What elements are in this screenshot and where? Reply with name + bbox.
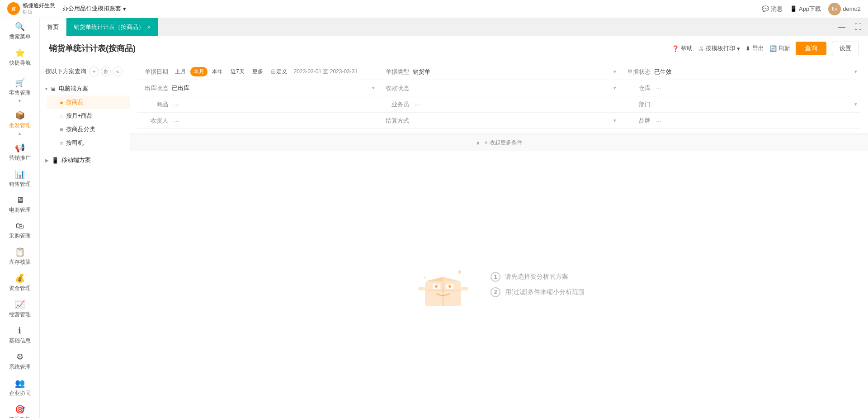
- svg-text:✦: ✦: [423, 275, 426, 280]
- pill-last-month[interactable]: 上月: [172, 67, 189, 76]
- sidebar-item-quicknav[interactable]: ⭐ 快捷导航: [0, 44, 39, 71]
- sidebar-item-finance[interactable]: 💰 资金管理: [0, 270, 39, 296]
- print-button[interactable]: 🖨 按模板打印 ▾: [698, 44, 740, 52]
- sidebar-item-wholesale[interactable]: 📦 批发管理 ▴: [0, 107, 39, 139]
- filter-row-2: 出库状态 已出库 ▾ 收款状态 ▾: [137, 80, 861, 96]
- dept-value[interactable]: ▾: [654, 101, 857, 107]
- tab-active[interactable]: 销货单统计计表（按商品） ×: [66, 18, 158, 36]
- receiver-dots[interactable]: ···: [174, 117, 179, 124]
- sidebar-item-search[interactable]: 🔍 搜索菜单: [0, 18, 39, 44]
- page-title: 销货单统计计表(按商品): [49, 43, 136, 54]
- refresh-button[interactable]: 🔄 刷新: [769, 44, 790, 52]
- scheme-item-monthgoods[interactable]: ≡ 按月+商品: [47, 109, 130, 123]
- pill-7days[interactable]: 近7天: [227, 67, 248, 76]
- filter-payment-status: 收款状态 ▾: [378, 80, 619, 96]
- sidebar-item-marketing[interactable]: 📢 营销推广: [0, 139, 39, 166]
- scheme-collapse-button[interactable]: «: [113, 66, 123, 76]
- payment-value[interactable]: ▾: [413, 118, 616, 124]
- doc-type-text: 销货单: [413, 68, 430, 76]
- goods-value[interactable]: ···: [172, 100, 375, 108]
- filter-doc-status: 单据状态 已生效 ▾: [620, 64, 861, 80]
- doc-status-value[interactable]: 已生效 ▾: [654, 68, 857, 76]
- message-button[interactable]: 💬 消息: [762, 5, 783, 13]
- brand-dots[interactable]: ···: [656, 117, 662, 124]
- top-bar: 财 畅捷通好生意 标版 办公用品行业模拟账套 ▾ 💬 消息 📱 App下载 Ea…: [0, 0, 868, 18]
- export-button[interactable]: ⬇ 导出: [745, 44, 764, 52]
- receiver-value[interactable]: ···: [172, 117, 375, 124]
- scheme-add-button[interactable]: +: [89, 66, 99, 76]
- staff-dots[interactable]: ···: [415, 100, 420, 108]
- sidebar-item-inventory[interactable]: 📋 库存核算: [0, 243, 39, 270]
- pill-this-month[interactable]: 本月: [190, 67, 208, 76]
- user-menu[interactable]: Ea demo2: [828, 3, 861, 15]
- sidebar-item-label: 电商管理: [9, 206, 31, 214]
- scheme-item-category-label: 按商品分类: [66, 125, 95, 133]
- doc-type-label: 单据类型: [382, 68, 413, 76]
- sidebar-item-ecommerce[interactable]: 🖥 电商管理: [0, 192, 39, 218]
- sidebar-item-retail[interactable]: 🛒 零售管理 ▾: [0, 74, 39, 107]
- payment-status-arrow: ▾: [613, 85, 616, 91]
- brand-value[interactable]: ···: [654, 117, 857, 124]
- scheme-item-driver[interactable]: ≡ 按司机: [47, 136, 130, 150]
- sales-icon: 📊: [15, 169, 25, 179]
- pill-this-year[interactable]: 本年: [209, 67, 226, 76]
- filter-brand: 品牌 ···: [620, 113, 861, 129]
- filter-row-4: 收货人 ··· 结算方式 ▾: [137, 113, 861, 129]
- sidebar-item-basic[interactable]: ℹ 基础信息: [0, 322, 39, 348]
- filter-goods: 商品 ···: [137, 96, 378, 113]
- sidebar-item-sales[interactable]: 📊 销售管理: [0, 166, 39, 192]
- scheme-group-pc-label: 电脑端方案: [59, 85, 88, 93]
- app-download-button[interactable]: 📱 App下载: [790, 5, 821, 13]
- svg-point-8: [448, 285, 451, 288]
- export-label: 导出: [752, 44, 764, 52]
- tab-fullscreen-button[interactable]: ⛶: [852, 21, 864, 33]
- settings-button[interactable]: 设置: [832, 42, 859, 55]
- goods-dots[interactable]: ···: [174, 100, 179, 108]
- filter-staff: 业务员 ···: [378, 96, 619, 113]
- scheme-group-pc-header[interactable]: ▾ 🖥 电脑端方案: [40, 82, 130, 95]
- tab-close-button[interactable]: ×: [147, 24, 151, 31]
- tab-minimize-button[interactable]: —: [835, 21, 848, 33]
- print-label: 按模板打印: [706, 44, 735, 52]
- group-expand-icon: ▾: [45, 86, 47, 91]
- print-icon: 🖨: [698, 45, 704, 52]
- scheme-item-category[interactable]: ≡ 按商品分类: [47, 123, 130, 136]
- dropdown-icon: ▾: [123, 5, 126, 12]
- tab-bar: 首页 销货单统计计表（按商品） × — ⛶: [40, 18, 868, 36]
- tab-home[interactable]: 首页: [40, 18, 66, 36]
- sidebar-item-operation[interactable]: 📈 经营管理: [0, 296, 39, 322]
- sidebar-item-purchase[interactable]: 🛍 采购管理: [0, 218, 39, 243]
- svg-text:财: 财: [11, 6, 16, 11]
- outstock-value[interactable]: 已出库 ▾: [172, 84, 375, 92]
- help-button[interactable]: ❓ 帮助: [672, 44, 693, 52]
- message-label: 消息: [771, 5, 783, 13]
- svg-text:✦: ✦: [462, 276, 466, 280]
- sidebar-item-system[interactable]: ⚙ 系统管理: [0, 348, 39, 375]
- warehouse-value[interactable]: ···: [654, 84, 857, 92]
- sidebar-item-newbie[interactable]: 🎯 新手引导: [0, 401, 39, 418]
- app-selector[interactable]: 办公用品行业模拟账套 ▾: [59, 3, 130, 14]
- scheme-item-icon: ≡: [60, 113, 63, 119]
- collapse-more-button[interactable]: ∧ ∧ 收起更多条件: [471, 137, 528, 148]
- staff-value[interactable]: ···: [413, 100, 616, 108]
- sidebar-item-label: 基础信息: [9, 337, 31, 345]
- scheme-settings-button[interactable]: ⚙: [101, 66, 111, 76]
- scheme-group-mobile-header[interactable]: ▶ 📱 移动端方案: [40, 153, 130, 167]
- warehouse-dots[interactable]: ···: [656, 84, 662, 92]
- payment-status-value[interactable]: ▾: [413, 85, 616, 91]
- empty-state: ✦ ✦ ✦ 1 请先选择要分析的方案: [130, 151, 868, 418]
- top-bar-right: 💬 消息 📱 App下载 Ea demo2: [762, 3, 861, 15]
- sidebar-item-label: 资金管理: [9, 285, 31, 292]
- pill-more[interactable]: 更多: [249, 67, 266, 76]
- doc-type-value[interactable]: 销货单 ▾: [413, 68, 616, 76]
- pill-custom[interactable]: 自定义: [268, 67, 290, 76]
- doc-type-arrow: ▾: [613, 69, 616, 75]
- svg-rect-9: [418, 287, 425, 290]
- top-bar-left: 财 畅捷通好生意 标版 办公用品行业模拟账套 ▾: [7, 2, 130, 15]
- collapse-arrow-icon: ∧: [476, 140, 480, 146]
- scheme-group-icon: 🖥: [50, 86, 56, 92]
- sidebar-item-corp[interactable]: 👥 企业协同: [0, 375, 39, 401]
- query-button[interactable]: 查询: [796, 42, 826, 55]
- star-icon: ⭐: [15, 48, 25, 58]
- scheme-item-bygoods[interactable]: ● 按商品: [47, 95, 130, 109]
